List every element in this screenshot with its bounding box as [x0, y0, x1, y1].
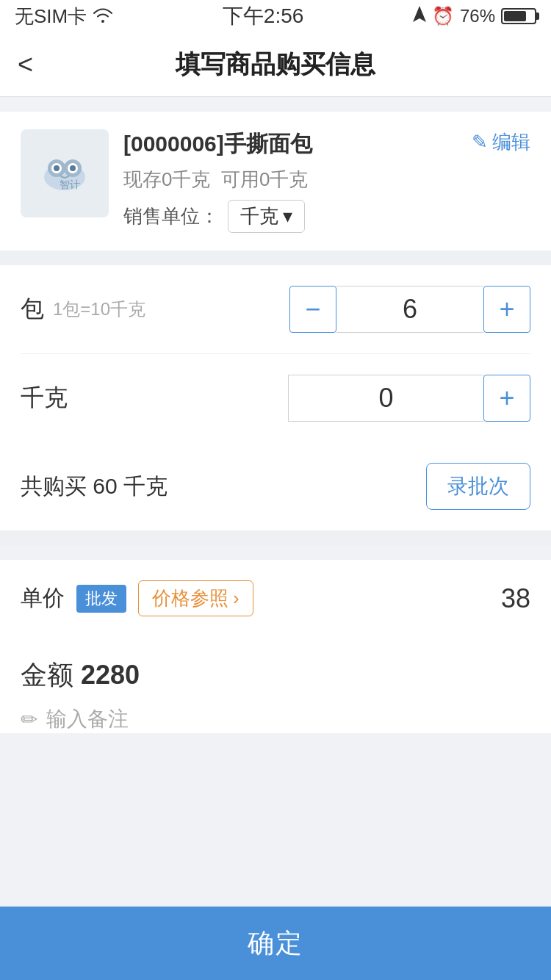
price-tag: 批发	[76, 585, 126, 613]
product-image: 智计	[21, 129, 109, 217]
bag-increment-button[interactable]: +	[483, 286, 530, 333]
bag-label: 包 1包=10千克	[21, 293, 145, 325]
status-time: 下午2:56	[223, 2, 304, 30]
kg-qty-control: +	[288, 375, 530, 422]
bag-input-row: 包 1包=10千克 − +	[21, 265, 530, 354]
alarm-icon: ⏰	[432, 6, 454, 26]
unit-select[interactable]: 千克 ▾	[228, 200, 305, 233]
amount-row: 金额 2280	[21, 657, 530, 693]
kg-label: 千克	[21, 382, 68, 414]
gps-icon	[413, 6, 426, 26]
price-label: 单价	[21, 583, 65, 613]
product-unit-row: 销售单位： 千克 ▾	[123, 200, 530, 233]
product-card: 智计 [0000006]手撕面包 现存0千克 可用0千克 销售单位： 千克 ▾ …	[0, 112, 551, 251]
nav-bar: < 填写商品购买信息	[0, 32, 551, 97]
section-divider-2	[0, 530, 551, 545]
input-section: 包 1包=10千克 − + 千克 +	[0, 265, 551, 442]
svg-point-5	[54, 165, 60, 171]
price-section: 单价 批发 价格参照 › 38	[0, 560, 551, 637]
edit-pencil-icon: ✎	[472, 131, 488, 154]
product-logo-icon: 智计	[39, 148, 90, 199]
page-title: 填写商品购买信息	[176, 48, 375, 82]
amount-value: 2280	[81, 660, 140, 690]
bag-sub-label: 1包=10千克	[53, 298, 145, 321]
price-value: 38	[501, 583, 530, 614]
note-pencil-icon: ✏	[21, 707, 37, 732]
svg-text:智计: 智计	[60, 179, 80, 190]
batch-button[interactable]: 录批次	[426, 463, 530, 510]
amount-section: 金额 2280 ✏ 输入备注	[0, 637, 551, 733]
battery-icon	[501, 8, 536, 24]
summary-section: 共购买 60 千克 录批次	[0, 442, 551, 530]
price-ref-button[interactable]: 价格参照 ›	[138, 580, 253, 616]
product-name: [0000006]手撕面包	[123, 129, 530, 159]
confirm-button[interactable]: 确定	[0, 907, 551, 980]
svg-point-6	[70, 165, 76, 171]
bag-qty-control: − +	[289, 286, 530, 333]
product-info: [0000006]手撕面包 现存0千克 可用0千克 销售单位： 千克 ▾	[123, 129, 530, 233]
product-stock: 现存0千克 可用0千克	[123, 167, 530, 192]
price-ref-label: 价格参照	[152, 586, 228, 611]
note-placeholder[interactable]: 输入备注	[46, 705, 129, 733]
edit-button[interactable]: ✎ 编辑	[472, 129, 530, 155]
summary-text: 共购买 60 千克	[21, 472, 168, 502]
carrier-text: 无SIM卡	[15, 4, 87, 29]
status-right: ⏰ 76%	[413, 6, 536, 26]
battery-percent: 76%	[460, 6, 495, 26]
bag-decrement-button[interactable]: −	[289, 286, 336, 333]
back-button[interactable]: <	[18, 49, 33, 80]
chevron-down-icon: ▾	[283, 205, 292, 228]
status-left: 无SIM卡	[15, 4, 113, 29]
section-divider-1	[0, 251, 551, 265]
kg-input-row: 千克 +	[21, 354, 530, 442]
note-row: ✏ 输入备注	[21, 705, 530, 733]
kg-qty-input[interactable]	[288, 375, 483, 422]
price-chevron-icon: ›	[233, 587, 240, 610]
bag-qty-input[interactable]	[336, 286, 483, 333]
kg-increment-button[interactable]: +	[483, 375, 530, 422]
wifi-icon	[93, 5, 113, 28]
status-bar: 无SIM卡 下午2:56 ⏰ 76%	[0, 0, 551, 32]
